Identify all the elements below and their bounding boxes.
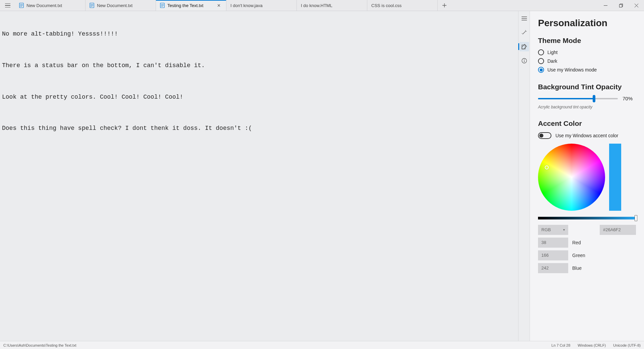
edit-icon	[522, 44, 527, 49]
toggle-label: Use my Windows accent color	[555, 133, 619, 138]
hex-value: #26A6F2	[603, 225, 621, 235]
tab-strip: New Document.txt New Document.txt Testin…	[15, 0, 598, 11]
green-field[interactable]: 166	[538, 250, 568, 260]
red-label: Red	[572, 240, 581, 245]
rail-effects-button[interactable]	[520, 28, 529, 37]
settings-panel: Personalization Theme Mode Light Dark Us…	[530, 11, 644, 341]
status-eol[interactable]: Windows (CRLF)	[578, 343, 606, 347]
rail-personalization-button[interactable]	[520, 42, 529, 51]
main-area: No more alt-tabbing! Yessss!!!!! There i…	[0, 11, 644, 341]
maximize-button[interactable]	[613, 0, 629, 11]
accent-system-toggle[interactable]	[538, 132, 551, 139]
color-model-select[interactable]: RGB ▾	[538, 225, 568, 235]
accent-color-section: Accent Color Use my Windows accent color	[538, 119, 636, 273]
file-icon	[19, 3, 24, 8]
window-controls	[598, 0, 644, 11]
radio-label: Use my Windows mode	[547, 67, 597, 72]
slider-thumb[interactable]	[593, 95, 595, 102]
bg-opacity-slider-row: 70%	[538, 96, 636, 101]
status-position[interactable]: Ln 7 Col 28	[551, 343, 570, 347]
editor-line: There is a status bar on the bottom, I c…	[2, 61, 516, 70]
red-value: 38	[541, 238, 546, 248]
close-icon[interactable]: ✕	[216, 2, 222, 9]
new-tab-button[interactable]	[438, 0, 451, 11]
radio-icon	[538, 58, 544, 64]
bg-opacity-section: Background Tint Opacity 70% Acrylic back…	[538, 83, 636, 109]
editor-line: Does this thing have spell check? I dont…	[2, 124, 516, 133]
plus-icon	[442, 3, 446, 7]
radio-label: Dark	[547, 58, 557, 64]
bg-opacity-heading: Background Tint Opacity	[538, 83, 636, 91]
rail-info-button[interactable]	[520, 56, 529, 65]
accent-system-toggle-row: Use my Windows accent color	[538, 132, 636, 139]
lightness-slider[interactable]	[538, 217, 636, 219]
tab-label: New Document.txt	[97, 3, 152, 8]
accent-heading: Accent Color	[538, 119, 636, 128]
color-inputs: RGB ▾ #26A6F2 38 Red 166 Green 242	[538, 225, 636, 273]
bg-opacity-value: 70%	[623, 96, 636, 101]
tab-newdoc-2[interactable]: New Document.txt	[86, 0, 156, 11]
theme-radio-light[interactable]: Light	[538, 49, 636, 55]
blue-field[interactable]: 242	[538, 263, 568, 273]
minimize-button[interactable]	[598, 0, 613, 11]
panel-title: Personalization	[538, 18, 636, 29]
green-label: Green	[572, 253, 585, 258]
bg-opacity-hint: Acrylic background tint opacity	[538, 105, 636, 109]
status-path: C:\Users\Ash\Documents\Testing the Text.…	[3, 343, 76, 347]
blue-value: 242	[541, 263, 549, 273]
text-editor[interactable]: No more alt-tabbing! Yessss!!!!! There i…	[0, 11, 518, 341]
close-icon	[635, 4, 638, 7]
tab-label: Testing the Text.txt	[167, 3, 216, 8]
red-field[interactable]: 38	[538, 238, 568, 248]
svg-point-6	[524, 59, 525, 60]
bg-opacity-slider[interactable]	[538, 98, 618, 99]
wand-icon	[522, 30, 527, 35]
hex-field[interactable]: #26A6F2	[600, 225, 636, 235]
green-value: 166	[541, 250, 549, 260]
file-icon	[90, 3, 94, 8]
toggle-knob	[539, 134, 543, 138]
color-model-row: RGB ▾ #26A6F2	[538, 225, 636, 235]
theme-mode-section: Theme Mode Light Dark Use my Windows mod…	[538, 37, 636, 73]
radio-label: Light	[547, 50, 557, 55]
status-encoding[interactable]: Unicode (UTF-8)	[613, 343, 641, 347]
svg-rect-3	[619, 4, 622, 7]
tab-label: New Document.txt	[26, 3, 81, 8]
theme-radio-dark[interactable]: Dark	[538, 58, 636, 64]
theme-radio-system[interactable]: Use my Windows mode	[538, 67, 636, 73]
color-cursor[interactable]	[545, 165, 549, 169]
hamburger-icon	[522, 16, 527, 20]
info-icon	[522, 58, 527, 63]
hamburger-icon	[5, 3, 10, 7]
theme-mode-heading: Theme Mode	[538, 37, 636, 45]
lightness-thumb[interactable]	[635, 215, 637, 221]
side-rail	[518, 11, 530, 341]
editor-line: No more alt-tabbing! Yessss!!!!!	[2, 30, 516, 38]
menu-button[interactable]	[0, 0, 15, 11]
color-picker	[538, 144, 636, 211]
editor-line: Look at the pretty colors. Cool! Cool! C…	[2, 93, 516, 101]
close-window-button[interactable]	[629, 0, 644, 11]
color-preview-strip[interactable]	[609, 144, 621, 211]
tab-java[interactable]: I don't know.java	[226, 0, 297, 11]
tab-css[interactable]: CSS is cool.css	[367, 0, 438, 11]
tab-label: CSS is cool.css	[371, 3, 433, 8]
file-icon	[160, 3, 165, 8]
radio-icon	[538, 49, 544, 55]
status-right: Ln 7 Col 28 Windows (CRLF) Unicode (UTF-…	[551, 343, 641, 347]
blue-row: 242 Blue	[538, 263, 636, 273]
rail-menu-button[interactable]	[520, 14, 529, 23]
blue-label: Blue	[572, 265, 582, 271]
green-row: 166 Green	[538, 250, 636, 260]
tab-html[interactable]: I do know.HTML	[297, 0, 367, 11]
slider-fill	[538, 98, 594, 99]
color-wheel[interactable]	[538, 144, 605, 211]
maximize-icon	[619, 4, 623, 7]
tab-label: I do know.HTML	[301, 3, 363, 8]
red-row: 38 Red	[538, 238, 636, 248]
tab-label: I don't know.java	[230, 3, 292, 8]
chevron-down-icon: ▾	[563, 225, 565, 235]
tab-testing-text[interactable]: Testing the Text.txt ✕	[156, 0, 226, 11]
tab-newdoc-1[interactable]: New Document.txt	[15, 0, 86, 11]
titlebar: New Document.txt New Document.txt Testin…	[0, 0, 644, 11]
